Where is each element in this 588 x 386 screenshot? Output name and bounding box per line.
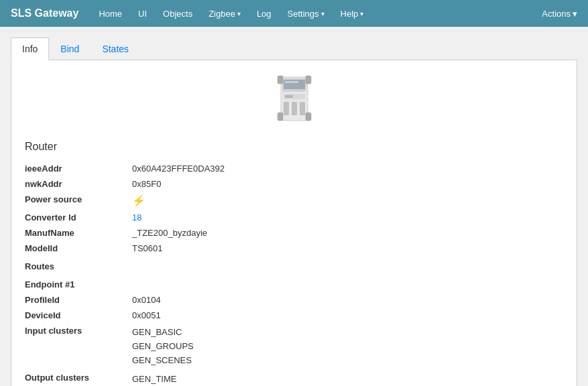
svg-rect-5 — [306, 76, 311, 84]
nav-home[interactable]: Home — [92, 3, 129, 24]
value-inputclusters: GEN_BASICGEN_GROUPSGEN_SCENES — [132, 326, 194, 367]
device-image — [268, 74, 321, 127]
nav-menu: Home UI Objects Zigbee ▾ Log Settings ▾ … — [92, 3, 542, 24]
svg-rect-11 — [292, 102, 297, 115]
label-converterid: Converter Id — [25, 212, 132, 222]
info-row-endpoint: Endpoint #1 — [25, 274, 563, 292]
info-row-nwkaddr: nwkAddr 0x85F0 — [25, 176, 563, 192]
value-manufname: _TZE200_byzdayie — [132, 228, 207, 238]
nav-settings[interactable]: Settings ▾ — [281, 3, 331, 24]
value-ieeeaddr: 0x60A423FFFE0DA392 — [132, 164, 225, 174]
actions-label: Actions — [542, 9, 571, 19]
device-type: Router — [25, 141, 563, 153]
svg-rect-9 — [285, 95, 293, 98]
label-inputclusters: Input clusters — [25, 326, 132, 336]
value-outputclusters: GEN_TIMEOTA — [132, 373, 176, 386]
svg-rect-12 — [300, 102, 305, 115]
device-image-area — [25, 74, 563, 127]
nav-zigbee-label: Zigbee — [209, 9, 235, 19]
tab-info[interactable]: Info — [11, 38, 49, 60]
info-row-converterid: Converter Id 18 — [25, 210, 563, 225]
value-modelid: TS0601 — [132, 243, 163, 253]
nav-ui[interactable]: UI — [131, 3, 154, 24]
info-row-modelid: ModelId TS0601 — [25, 241, 563, 256]
info-row-routes: Routes — [25, 256, 563, 274]
label-nwkaddr: nwkAddr — [25, 179, 132, 189]
info-row-inputclusters: Input clusters GEN_BASICGEN_GROUPSGEN_SC… — [25, 323, 563, 370]
device-info-section: Router ieeeAddr 0x60A423FFFE0DA392 nwkAd… — [25, 141, 563, 386]
tab-bar: Info Bind States — [11, 38, 577, 60]
value-nwkaddr: 0x85F0 — [132, 179, 161, 189]
device-svg — [268, 74, 321, 127]
info-panel: Router ieeeAddr 0x60A423FFFE0DA392 nwkAd… — [11, 60, 577, 386]
nav-settings-label: Settings — [288, 9, 319, 19]
value-deviceid: 0x0051 — [132, 310, 161, 320]
label-manufname: ManufName — [25, 228, 132, 238]
svg-rect-6 — [278, 113, 283, 121]
svg-rect-3 — [285, 81, 298, 83]
info-row-deviceid: DeviceId 0x0051 — [25, 308, 563, 323]
value-powersource: ⚡ — [132, 194, 145, 207]
brand: SLS Gateway — [11, 7, 78, 19]
svg-rect-10 — [284, 102, 289, 115]
navbar: SLS Gateway Home UI Objects Zigbee ▾ Log… — [0, 0, 588, 27]
value-profileid: 0x0104 — [132, 295, 161, 305]
label-powersource: Power source — [25, 194, 132, 204]
tab-states[interactable]: States — [91, 38, 140, 60]
label-outputclusters: Output clusters — [25, 373, 132, 383]
nav-zigbee[interactable]: Zigbee ▾ — [202, 3, 247, 24]
label-deviceid: DeviceId — [25, 310, 132, 320]
info-row-powersource: Power source ⚡ — [25, 192, 563, 210]
nav-log[interactable]: Log — [250, 3, 278, 24]
nav-objects[interactable]: Objects — [156, 3, 199, 24]
help-dropdown-icon: ▾ — [360, 10, 363, 17]
value-converterid[interactable]: 18 — [132, 212, 141, 222]
label-ieeeaddr: ieeeAddr — [25, 164, 132, 174]
info-row-manufname: ManufName _TZE200_byzdayie — [25, 225, 563, 241]
actions-menu[interactable]: Actions ▾ — [542, 9, 577, 19]
main-content: Info Bind States — [0, 27, 588, 386]
info-row-outputclusters: Output clusters GEN_TIMEOTA — [25, 370, 563, 386]
info-row-profileid: ProfileId 0x0104 — [25, 292, 563, 308]
nav-help-label: Help — [341, 9, 359, 19]
info-row-ieeeaddr: ieeeAddr 0x60A423FFFE0DA392 — [25, 161, 563, 176]
label-routes: Routes — [25, 261, 54, 271]
label-endpoint: Endpoint #1 — [25, 279, 74, 290]
settings-dropdown-icon: ▾ — [321, 10, 325, 17]
tab-bind[interactable]: Bind — [49, 38, 91, 60]
svg-rect-7 — [306, 113, 311, 121]
actions-dropdown-icon: ▾ — [573, 9, 577, 19]
svg-rect-4 — [278, 76, 283, 84]
label-modelid: ModelId — [25, 243, 132, 253]
label-profileid: ProfileId — [25, 295, 132, 305]
nav-help[interactable]: Help ▾ — [334, 3, 371, 24]
zigbee-dropdown-icon: ▾ — [237, 10, 241, 17]
